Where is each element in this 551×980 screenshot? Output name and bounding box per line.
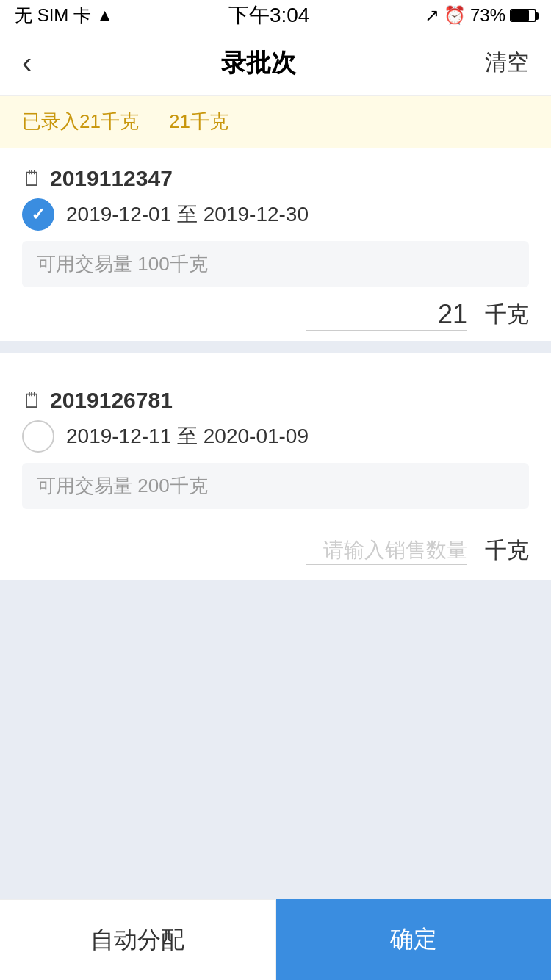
battery-icon [510, 9, 536, 22]
recorded-value: 21千克 [169, 109, 228, 134]
batch2-qty-wrapper: 请输入销售数量 [22, 536, 467, 565]
status-right: ↗ ⏰ 73% [425, 5, 536, 26]
battery-label: 73% [470, 5, 505, 26]
page-title: 录批次 [221, 46, 296, 80]
recorded-label: 已录入21千克 [22, 109, 139, 134]
batch1-number: 2019112347 [50, 166, 173, 191]
batch1-date-row[interactable]: 2019-12-01 至 2019-12-30 [22, 198, 529, 231]
batch2-date: 2019-12-11 至 2020-01-09 [66, 422, 309, 450]
location-icon: ↗ [425, 5, 439, 26]
status-bar: 无 SIM 卡 ▲ 下午3:04 ↗ ⏰ 73% [0, 0, 551, 31]
section-separator [0, 341, 551, 353]
batch2-radio[interactable] [22, 420, 54, 453]
alarm-icon: ⏰ [444, 5, 466, 26]
sim-label: 无 SIM 卡 ▲ [15, 4, 113, 27]
batch2-qty-row: 请输入销售数量 千克 [0, 524, 551, 580]
batch2-header: 🗒 2019126781 [22, 370, 529, 413]
batch1-qty-row: 21 千克 [0, 287, 551, 341]
batch1-qty-value[interactable]: 21 [438, 299, 467, 330]
confirm-button[interactable]: 确定 [276, 899, 552, 980]
info-divider [154, 112, 154, 132]
main-content: 🗒 2019112347 2019-12-01 至 2019-12-30 可用交… [0, 148, 551, 980]
batch2-card: 🗒 2019126781 2019-12-11 至 2020-01-09 可用交… [0, 353, 551, 524]
batch1-unit: 千克 [485, 300, 529, 330]
batch1-card: 🗒 2019112347 2019-12-01 至 2019-12-30 可用交… [0, 148, 551, 287]
status-time: 下午3:04 [228, 1, 310, 29]
status-left: 无 SIM 卡 ▲ [15, 4, 113, 27]
batch1-qty-underline [306, 330, 467, 331]
batch2-doc-icon: 🗒 [22, 389, 43, 413]
auto-distribute-button[interactable]: 自动分配 [0, 899, 276, 980]
batch1-date: 2019-12-01 至 2019-12-30 [66, 201, 309, 228]
content-bottom [0, 580, 551, 918]
batch1-qty-wrapper: 21 [22, 299, 467, 331]
nav-bar: ‹ 录批次 清空 [0, 31, 551, 96]
batch2-number: 2019126781 [50, 388, 173, 413]
batch2-date-row[interactable]: 2019-12-11 至 2020-01-09 [22, 420, 529, 453]
batch1-avail: 可用交易量 100千克 [22, 241, 529, 287]
bottom-bar: 自动分配 确定 [0, 899, 551, 980]
batch1-doc-icon: 🗒 [22, 167, 43, 191]
batch2-qty-underline [306, 564, 467, 565]
batch1-radio[interactable] [22, 198, 54, 231]
batch2-unit: 千克 [485, 536, 529, 566]
batch2-qty-placeholder[interactable]: 请输入销售数量 [323, 536, 467, 564]
batch1-header: 🗒 2019112347 [22, 166, 529, 191]
clear-button[interactable]: 清空 [485, 48, 529, 78]
info-bar: 已录入21千克 21千克 [0, 96, 551, 148]
back-button[interactable]: ‹ [22, 46, 32, 79]
batch2-avail: 可用交易量 200千克 [22, 463, 529, 509]
